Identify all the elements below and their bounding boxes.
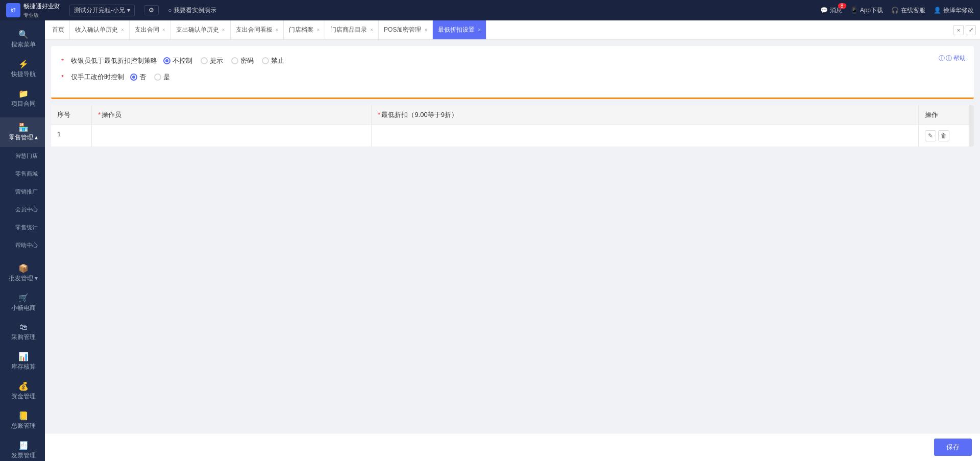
sidebar-label-shortcut: 快捷导航 (11, 70, 36, 79)
online-support-button[interactable]: 🎧 在线客服 (891, 6, 925, 15)
tab-expense-history-label: 支出确认单历史 (176, 26, 219, 34)
radio-forbid-label: 禁止 (271, 56, 284, 65)
tab-income-history-label: 收入确认单历史 (75, 26, 118, 34)
sidebar-label-inventory: 库存核算 (11, 362, 36, 371)
wholesale-icon: 📦 (18, 263, 29, 273)
sidebar-item-purchase[interactable]: 🛍 采购管理 (0, 318, 45, 347)
content-area: 首页 收入确认单历史 × 支出合同 × 支出确认单历史 × 支出合同看板 × 门… (45, 20, 980, 461)
app-edition: 专业版 (23, 12, 60, 19)
tab-income-history-close[interactable]: × (121, 27, 124, 33)
radio-no-label: 否 (139, 72, 146, 82)
shortcut-icon: ⚡ (18, 59, 29, 69)
sidebar-item-retail-stats[interactable]: 零售统计 (0, 219, 45, 236)
radio-password[interactable]: 密码 (231, 56, 254, 65)
sidebar-item-wholesale[interactable]: 📦 批发管理 ▾ (0, 258, 45, 288)
project-name: 测试分开完程-小兄 (74, 6, 125, 15)
row-discount (372, 125, 919, 147)
tab-income-history[interactable]: 收入确认单历史 × (70, 20, 130, 40)
sidebar-item-finance[interactable]: 💰 资金管理 (0, 376, 45, 406)
tab-contract-board-close[interactable]: × (276, 27, 279, 33)
ecommerce-icon: 🛒 (18, 293, 29, 303)
project-selector[interactable]: 测试分开完程-小兄 ▾ (69, 5, 135, 16)
sidebar-item-retail[interactable]: 🏪 零售管理 ▴ (0, 117, 45, 147)
tab-pos-security[interactable]: POS加密管理 × (379, 20, 433, 40)
tab-store-files[interactable]: 门店档案 × (284, 20, 325, 40)
save-button[interactable]: 保存 (934, 439, 972, 456)
radio-forbid[interactable]: 禁止 (262, 56, 284, 65)
tab-contract[interactable]: 支出合同 × (130, 20, 171, 40)
radio-remind[interactable]: 提示 (201, 56, 223, 65)
sidebar-item-invoice[interactable]: 🧾 发票管理 (0, 435, 45, 461)
tab-min-discount[interactable]: 最低折扣设置 × (433, 20, 486, 40)
scrollbar-placeholder (970, 105, 974, 125)
tab-expense-history[interactable]: 支出确认单历史 × (171, 20, 231, 40)
sidebar-item-online-store[interactable]: 零售商城 (0, 165, 45, 183)
tab-store-products-close[interactable]: × (370, 27, 373, 33)
tab-pos-security-label: POS加密管理 (384, 26, 421, 34)
app-name: 畅捷通好业财 (23, 2, 60, 11)
page-content: ⓘ ⓘ 帮助 * 收银员低于最低折扣控制策略 不控制 提示 (45, 40, 980, 433)
message-badge: 8 (838, 3, 846, 9)
project-icon: 📁 (18, 89, 29, 99)
tab-home[interactable]: 首页 (47, 20, 70, 40)
cashier-policy-required: * (61, 57, 64, 65)
cashier-policy-radio-group: 不控制 提示 密码 禁止 (163, 56, 284, 65)
row-edit-button[interactable]: ✎ (925, 130, 936, 141)
user-menu-button[interactable]: 👤 徐泽华修改 (934, 6, 974, 15)
sidebar-item-shortcut[interactable]: ⚡ 快捷导航 (0, 54, 45, 84)
sidebar-item-accounting[interactable]: 📒 总账管理 (0, 406, 45, 435)
sidebar-item-smart-store[interactable]: 智慧门店 (0, 147, 45, 165)
invoice-icon: 🧾 (18, 441, 29, 450)
tab-expense-history-close[interactable]: × (222, 27, 225, 33)
radio-no-control[interactable]: 不控制 (163, 56, 192, 65)
tab-pos-security-close[interactable]: × (424, 27, 427, 33)
app-logo: 好 畅捷通好业财 专业版 (6, 2, 60, 19)
radio-no[interactable]: 否 (130, 72, 146, 82)
help-link[interactable]: ⓘ ⓘ 帮助 (939, 54, 966, 63)
message-icon: 💬 (820, 7, 828, 14)
sidebar-item-help[interactable]: 帮助中心 (0, 236, 45, 254)
manual-price-required: * (61, 74, 64, 81)
sidebar-item-marketing[interactable]: 营销推广 (0, 183, 45, 201)
col-action-header: 操作 (919, 105, 970, 125)
sidebar-label-project: 项目合同 (11, 100, 36, 108)
manual-price-row: * 仅手工改价时控制 否 是 (61, 72, 964, 82)
tab-bar-actions: × ⤢ (953, 25, 978, 35)
demo-link[interactable]: ○ 我要看实例演示 (168, 6, 216, 15)
col-index-header: 序号 (51, 105, 92, 125)
tab-contract-board[interactable]: 支出合同看板 × (231, 20, 284, 40)
sidebar-item-project[interactable]: 📁 项目合同 (0, 84, 45, 113)
radio-no-circle (130, 74, 137, 81)
sidebar-item-ecommerce[interactable]: 🛒 小畅电商 (0, 288, 45, 318)
row-index: 1 (51, 125, 92, 147)
app-download-button[interactable]: 📱 App下载 (850, 6, 883, 15)
radio-no-control-circle (163, 57, 170, 64)
radio-yes[interactable]: 是 (154, 72, 170, 82)
table-panel: 序号 *操作员 *最低折扣（9.00等于9折） 操作 1 (51, 105, 974, 147)
tab-home-label: 首页 (52, 26, 64, 34)
radio-password-circle (231, 57, 238, 64)
sidebar-item-search[interactable]: 🔍 搜索菜单 (0, 25, 45, 54)
tab-close-all-button[interactable]: × (953, 25, 964, 35)
user-name: 徐泽华修改 (943, 6, 974, 15)
sidebar-item-inventory[interactable]: 📊 库存核算 (0, 347, 45, 376)
tab-contract-close[interactable]: × (162, 27, 165, 33)
sidebar-label-retail: 零售管理 ▴ (9, 133, 38, 142)
tab-store-files-label: 门店档案 (289, 26, 313, 34)
sidebar-label-online-store: 零售商城 (15, 170, 38, 178)
sidebar-label-member: 会员中心 (15, 206, 38, 213)
table-row: 1 ✎ 🗑 (51, 125, 974, 147)
purchase-icon: 🛍 (19, 323, 28, 332)
project-chevron: ▾ (127, 7, 130, 14)
accounting-icon: 📒 (18, 411, 29, 421)
settings-button[interactable]: ⚙ (144, 5, 159, 15)
message-button[interactable]: 💬 消息 8 (820, 6, 842, 15)
tab-store-products[interactable]: 门店商品目录 × (325, 20, 379, 40)
row-scrollbar (970, 125, 974, 147)
row-delete-button[interactable]: 🗑 (938, 130, 949, 141)
tab-expand-button[interactable]: ⤢ (966, 25, 976, 35)
form-panel: ⓘ ⓘ 帮助 * 收银员低于最低折扣控制策略 不控制 提示 (51, 46, 974, 99)
tab-store-files-close[interactable]: × (316, 27, 320, 33)
sidebar-item-member[interactable]: 会员中心 (0, 201, 45, 219)
tab-min-discount-close[interactable]: × (478, 27, 481, 33)
